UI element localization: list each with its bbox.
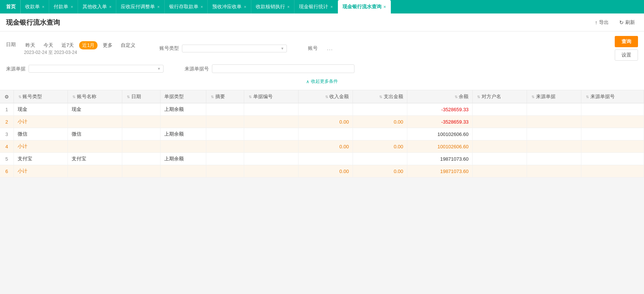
export-button[interactable]: ↑ 导出 bbox=[592, 18, 612, 27]
cell-account-name: 现金 bbox=[68, 103, 122, 116]
cell-balance: -3528659.33 bbox=[407, 116, 473, 128]
sort-icon: ⇅ bbox=[211, 95, 214, 99]
filter-area: 日期 昨天 今天 近7天 近1月 更多 自定义 2023-02-24 至 202… bbox=[0, 31, 644, 90]
col-income[interactable]: ⇅ 收入金额 bbox=[299, 90, 353, 103]
cell-source-doc-no bbox=[581, 128, 644, 140]
row-number: 5 bbox=[0, 153, 14, 165]
shortcut-7days[interactable]: 近7天 bbox=[59, 41, 77, 49]
col-account-type[interactable]: ⇅ 账号类型 bbox=[14, 90, 68, 103]
cell-expense: 0.00 bbox=[353, 140, 407, 153]
nav-tab-yushou[interactable]: 预收冲应收单 × bbox=[208, 0, 251, 13]
cell-account-type: 小计 bbox=[14, 140, 68, 153]
cell-source-doc bbox=[527, 116, 581, 128]
cell-date bbox=[122, 128, 160, 140]
account-group: 账号 ... bbox=[308, 44, 335, 53]
shortcut-today[interactable]: 今天 bbox=[41, 41, 56, 49]
date-shortcuts: 昨天 今天 近7天 近1月 更多 自定义 bbox=[23, 41, 138, 49]
col-gear[interactable]: ⚙ bbox=[0, 90, 14, 103]
gear-icon[interactable]: ⚙ bbox=[5, 94, 9, 100]
cell-counterparty bbox=[473, 153, 527, 165]
nav-tab-tongji[interactable]: 现金银行统计 × bbox=[294, 0, 338, 13]
col-doc-no[interactable]: ⇅ 单据编号 bbox=[244, 90, 299, 103]
page-title: 现金银行流水查询 bbox=[6, 18, 60, 27]
cell-account-name bbox=[68, 116, 122, 128]
nav-tab-shoukuandan[interactable]: 收款单 × bbox=[21, 0, 49, 13]
cell-doc-no bbox=[244, 153, 299, 165]
nav-tab-shoukuanhexiao[interactable]: 收款核销执行 × bbox=[251, 0, 294, 13]
cell-source-doc bbox=[527, 103, 581, 116]
cell-summary bbox=[206, 165, 244, 178]
sort-icon: ⇅ bbox=[455, 95, 458, 99]
shortcut-more[interactable]: 更多 bbox=[100, 41, 116, 49]
col-summary[interactable]: ⇅ 摘要 bbox=[206, 90, 244, 103]
shortcut-yesterday[interactable]: 昨天 bbox=[23, 41, 38, 49]
source-doc-no-input[interactable] bbox=[212, 64, 354, 73]
col-source-doc[interactable]: ⇅ 来源单据 bbox=[527, 90, 581, 103]
col-account-name[interactable]: ⇅ 账号名称 bbox=[68, 90, 122, 103]
col-balance[interactable]: ⇅ 余额 bbox=[407, 90, 473, 103]
nav-tab-yinhangcunqukuan[interactable]: 银行存取款单 × bbox=[165, 0, 208, 13]
cell-summary bbox=[206, 140, 244, 153]
settings-button[interactable]: 设置 bbox=[615, 49, 638, 61]
cell-account-name: 支付宝 bbox=[68, 153, 122, 165]
cell-doc-type bbox=[160, 116, 206, 128]
table-row: 1现金现金上期余额-3528659.33 bbox=[0, 103, 644, 116]
cell-income bbox=[299, 153, 353, 165]
page-header: 现金银行流水查询 ↑ 导出 ↻ 刷新 bbox=[0, 13, 644, 31]
row-number: 6 bbox=[0, 165, 14, 178]
nav-home[interactable]: 首页 bbox=[2, 0, 21, 13]
nav-tab-liushui[interactable]: 现金银行流水查询 × bbox=[338, 0, 391, 13]
row-number: 2 bbox=[0, 116, 14, 128]
refresh-icon: ↻ bbox=[619, 19, 624, 25]
table-row: 6小计0.000.0019871073.60 bbox=[0, 165, 644, 178]
col-doc-type[interactable]: 单据类型 bbox=[160, 90, 206, 103]
close-icon[interactable]: × bbox=[244, 4, 246, 9]
account-type-label: 账号类型 bbox=[159, 45, 179, 52]
filter-row-1: 日期 昨天 今天 近7天 近1月 更多 自定义 2023-02-24 至 202… bbox=[6, 36, 638, 61]
cell-income bbox=[299, 103, 353, 116]
collapse-bar[interactable]: ∧ 收起更多条件 bbox=[6, 77, 638, 85]
chevron-down-icon: ▾ bbox=[158, 66, 160, 71]
table-row: 3微信微信上期余额100102606.60 bbox=[0, 128, 644, 140]
data-table: ⚙ ⇅ 账号类型 ⇅ 账号名称 ⇅ 日期 单据类型 ⇅ bbox=[0, 90, 644, 178]
cell-date bbox=[122, 116, 160, 128]
cell-expense: 0.00 bbox=[353, 165, 407, 178]
source-doc-select[interactable]: ▾ bbox=[29, 65, 164, 73]
shortcut-1month[interactable]: 近1月 bbox=[79, 41, 98, 49]
close-icon[interactable]: × bbox=[42, 4, 44, 9]
close-icon[interactable]: × bbox=[287, 4, 290, 9]
sort-icon: ⇅ bbox=[477, 95, 480, 99]
sort-icon: ⇅ bbox=[325, 95, 328, 99]
cell-account-type: 支付宝 bbox=[14, 153, 68, 165]
cell-source-doc-no bbox=[581, 103, 644, 116]
col-date[interactable]: ⇅ 日期 bbox=[122, 90, 160, 103]
refresh-button[interactable]: ↻ 刷新 bbox=[616, 18, 638, 27]
col-source-doc-no[interactable]: ⇅ 来源单据号 bbox=[581, 90, 644, 103]
close-icon[interactable]: × bbox=[157, 4, 159, 9]
nav-tab-qitashouru[interactable]: 其他收入单 × bbox=[78, 0, 116, 13]
cell-balance: -3528659.33 bbox=[407, 103, 473, 116]
sort-icon: ⇅ bbox=[18, 95, 21, 99]
account-dots[interactable]: ... bbox=[324, 44, 335, 53]
close-icon[interactable]: × bbox=[71, 4, 73, 9]
cell-expense bbox=[353, 103, 407, 116]
col-expense[interactable]: ⇅ 支出金额 bbox=[353, 90, 407, 103]
close-icon[interactable]: × bbox=[201, 4, 203, 9]
date-filter-group: 日期 昨天 今天 近7天 近1月 更多 自定义 2023-02-24 至 202… bbox=[6, 41, 138, 56]
close-icon[interactable]: × bbox=[109, 4, 111, 9]
nav-tab-fukuandan[interactable]: 付款单 × bbox=[49, 0, 78, 13]
account-type-select[interactable]: ▾ bbox=[182, 45, 287, 52]
cell-income: 0.00 bbox=[299, 165, 353, 178]
query-button[interactable]: 查询 bbox=[615, 36, 638, 47]
chevron-up-icon: ∧ bbox=[306, 79, 309, 84]
shortcut-custom[interactable]: 自定义 bbox=[118, 41, 138, 49]
close-icon[interactable]: × bbox=[384, 4, 386, 9]
cell-account-type: 小计 bbox=[14, 165, 68, 178]
table-row: 4小计0.000.00100102606.60 bbox=[0, 140, 644, 153]
nav-tab-yingshoutiaozheng[interactable]: 应收应付调整单 × bbox=[116, 0, 164, 13]
cell-income: 0.00 bbox=[299, 116, 353, 128]
cell-date bbox=[122, 153, 160, 165]
cell-doc-type: 上期余额 bbox=[160, 103, 206, 116]
close-icon[interactable]: × bbox=[330, 4, 333, 9]
col-counterparty[interactable]: ⇅ 对方户名 bbox=[473, 90, 527, 103]
